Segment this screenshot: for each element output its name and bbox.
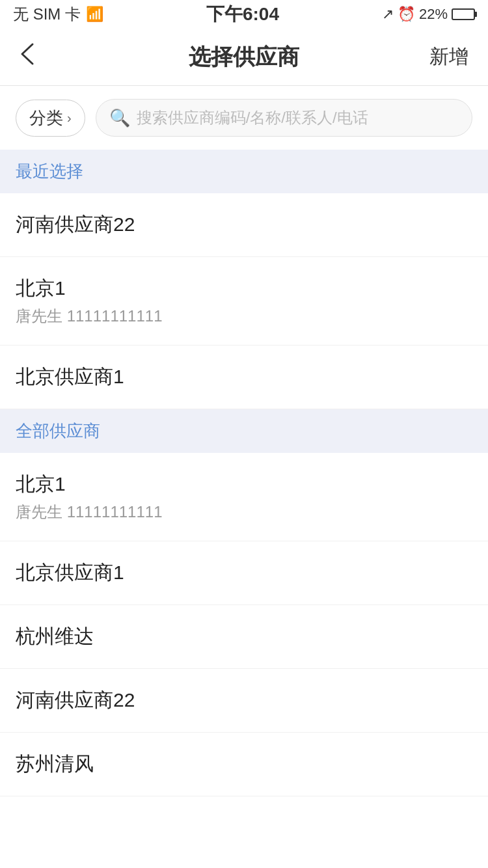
list-item[interactable]: 北京供应商1 [0,346,488,409]
sim-label: 无 SIM 卡 [13,4,81,25]
alarm-icon: ⏰ [398,6,415,23]
item-name: 苏州清风 [16,751,472,778]
nav-bar: 选择供应商 新增 [0,29,488,86]
category-label: 分类 [29,107,63,129]
back-button[interactable] [20,42,59,72]
item-name: 杭州维达 [16,623,472,650]
item-name: 北京1 [16,275,472,302]
search-placeholder: 搜索供应商编码/名称/联系人/电话 [137,107,368,128]
item-name: 北京1 [16,471,472,498]
status-bar: 无 SIM 卡 📶 下午6:04 ↗ ⏰ 22% [0,0,488,29]
list-item[interactable]: 北京1唐先生 11111111111 [0,257,488,346]
section-header-recent: 最近选择 [0,150,488,193]
section-header-all: 全部供应商 [0,409,488,453]
chevron-right-icon: › [67,111,72,126]
page-title: 选择供应商 [189,42,299,72]
list-item[interactable]: 杭州维达 [0,605,488,669]
item-name: 北京供应商1 [16,560,472,586]
list-item[interactable]: 苏州清风 [0,733,488,796]
filter-bar: 分类 › 🔍 搜索供应商编码/名称/联系人/电话 [0,86,488,150]
item-sub: 唐先生 11111111111 [16,502,472,522]
status-right: ↗ ⏰ 22% [382,6,475,23]
sections-container: 最近选择河南供应商22北京1唐先生 11111111111北京供应商1全部供应商… [0,150,488,796]
list-item[interactable]: 北京1唐先生 11111111111 [0,453,488,541]
list-item[interactable]: 河南供应商22 [0,193,488,257]
status-left: 无 SIM 卡 📶 [13,4,103,25]
battery-text: 22% [419,6,448,23]
wifi-icon: 📶 [86,6,103,23]
search-box[interactable]: 🔍 搜索供应商编码/名称/联系人/电话 [96,99,472,137]
location-icon: ↗ [382,6,394,23]
search-icon: 🔍 [109,108,130,128]
list-item[interactable]: 北京供应商1 [0,541,488,605]
status-time: 下午6:04 [206,2,279,27]
add-button[interactable]: 新增 [429,44,468,70]
item-name: 北京供应商1 [16,364,472,390]
item-sub: 唐先生 11111111111 [16,306,472,327]
category-button[interactable]: 分类 › [16,100,85,137]
item-name: 河南供应商22 [16,211,472,238]
list-item[interactable]: 河南供应商22 [0,669,488,733]
battery-icon [452,8,475,20]
item-name: 河南供应商22 [16,687,472,714]
